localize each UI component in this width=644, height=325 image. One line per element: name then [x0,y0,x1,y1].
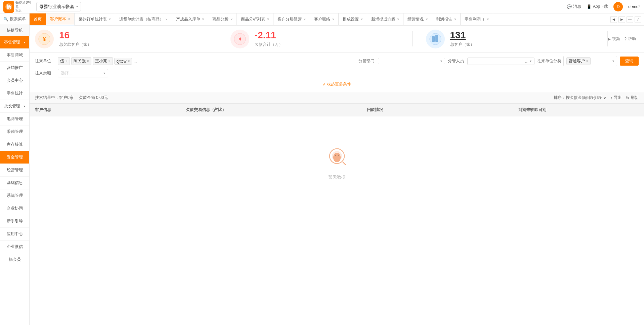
tab-customer-contact[interactable]: 客户联络 × [310,13,339,26]
search-btn[interactable]: 查询 [620,57,639,66]
help-link[interactable]: ? 帮助 [624,36,636,42]
tab-close-customer-contact[interactable]: × [332,17,334,21]
tab-biz-status[interactable]: 经营情况 × [403,13,432,26]
remove-tag-0-icon[interactable]: × [66,59,68,63]
remove-category-icon[interactable]: × [586,59,588,63]
main-layout: 🔍 搜索菜单 快捷导航 零售管理 ▾ 零售商城 营销推广 会员 [0,13,644,325]
sidebar-item-wholesale-mgmt[interactable]: 批发管理 ▾ [0,100,29,113]
sidebar-item-vip-member[interactable]: 畅会员 [0,253,29,266]
refresh-btn[interactable]: ↻ 刷新 [626,95,639,101]
export-btn[interactable]: ↑ 导出 [610,95,622,101]
sidebar-item-app-center[interactable]: 应用中心 [0,228,29,241]
tab-maximize-btn[interactable]: ⤢ [635,16,641,23]
filter-balance-label: 往来余额 [35,70,55,76]
sort-select[interactable]: 排序：按欠款金额倒序排序 ∨ [554,95,606,101]
sidebar-item-retail-stats[interactable]: 零售统计 [0,87,29,100]
stat-icon-debtors: ¥ [35,30,54,48]
sidebar-item-purchase-mgmt[interactable]: 采购管理 [0,125,29,138]
content-area: 首页 客户账本 × 采购订单统计表 × 进货单统计表（按商品） × 产成品入库单… [30,13,644,325]
tab-close-biz-status[interactable]: × [426,17,428,21]
tab-collapse-btn[interactable]: — [627,16,633,23]
sidebar-item-capital-mgmt[interactable]: 资金管理 [0,151,29,164]
sidebar-item-sys-mgmt[interactable]: 系统管理 [0,189,29,202]
filter-tag-0[interactable]: 伍 × [58,57,70,65]
tab-close-stock-stats[interactable]: × [166,17,168,21]
tab-product-analysis-list[interactable]: 商品分析列表 × [237,13,273,26]
tab-stock-stats[interactable]: 进货单统计表（按商品） × [115,13,172,26]
user-avatar[interactable]: D [613,2,623,11]
sidebar-item-corp-coop[interactable]: 企业协同 [0,202,29,215]
sidebar-item-marketing[interactable]: 营销推广 [0,62,29,74]
filter-category-label: 往来单位分类 [537,58,561,64]
tab-profit-report[interactable]: 利润报告 × [432,13,461,26]
filter-more-tags[interactable]: ... [133,59,137,64]
tab-customer-tier[interactable]: 客户分层经营 × [273,13,310,26]
app-download-icon: 📱 [587,4,592,9]
tab-tips-settings[interactable]: 提成设置 × [339,13,367,26]
app-download-btn[interactable]: 📱 App下载 [587,4,608,9]
tab-purchase-orders[interactable]: 采购订单统计表 × [75,13,115,26]
tab-close-customer-tier[interactable]: × [304,17,306,21]
tab-close-retail-profit[interactable]: × [487,17,489,21]
filter-tag-category[interactable]: 普通客户 × [566,57,591,65]
stat-icon-debt-amount: ✦ [230,30,249,48]
sidebar-search-area[interactable]: 🔍 搜索菜单 [0,13,29,25]
tab-close-product-analysis-list[interactable]: × [267,17,269,21]
tab-close-customers[interactable]: × [68,17,70,21]
logo-text: 畅捷通好生意 标版 [15,1,33,12]
stat-value-customers: 131 [450,30,474,41]
filter-unit-label: 往来单位 [35,58,55,64]
tab-home[interactable]: 首页 [30,13,46,26]
tab-customers[interactable]: 客户账本 × [46,13,75,26]
no-data-illustration [324,143,350,170]
sidebar-item-retail-mgmt[interactable]: 零售管理 ▾ [0,36,29,49]
tab-close-cost-in[interactable]: × [202,17,204,21]
filter-tag-1[interactable]: 陈民强 × [71,57,91,65]
filter-tag-3[interactable]: cjttcw × [114,58,132,65]
tab-next-btn[interactable]: ▶ [618,16,625,23]
sidebar-item-corp-wechat[interactable]: 企业微信 [0,241,29,253]
collapse-filter-btn[interactable]: ∧ 收起更多条件 [35,80,639,88]
filter-row-1: 往来单位 伍 × 陈民强 × 王小亮 [35,56,639,66]
filter-panel: 往来单位 伍 × 陈民强 × 王小亮 [30,52,644,92]
sidebar-item-member-center[interactable]: 会员中心 [0,74,29,87]
filter-category-select[interactable]: 普通客户 × ▾ [563,56,617,66]
tab-close-new-tips-plan[interactable]: × [397,17,399,21]
logo-icon: 畅 [3,1,14,13]
remove-tag-1-icon[interactable]: × [87,59,89,63]
quick-nav[interactable]: 快捷导航 [0,25,29,36]
remove-tag-2-icon[interactable]: × [109,59,111,63]
tab-cost-in[interactable]: 产成品入库单 × [172,13,209,26]
tab-close-purchase-orders[interactable]: × [109,17,111,21]
tab-prev-btn[interactable]: ◀ [610,16,617,23]
sidebar-item-inventory[interactable]: 库存核算 [0,138,29,151]
tab-close-profit-report[interactable]: × [454,17,456,21]
svg-text:畅: 畅 [6,4,11,9]
video-link[interactable]: ▶ 视频 [608,36,620,42]
message-btn[interactable]: 💬 消息 [567,4,581,9]
sidebar-item-new-guide[interactable]: 新手引导 [0,215,29,228]
stat-total-debtors: ¥ 16 总欠款客户（家） [35,30,217,48]
filter-dept-select[interactable]: ▾ [378,58,445,64]
remove-tag-3-icon[interactable]: × [128,59,130,63]
filter-more-person: ... [525,59,528,64]
tab-close-tips-settings[interactable]: × [361,17,363,21]
sidebar-item-basic-info[interactable]: 基础信息 [0,177,29,189]
filter-tag-2[interactable]: 王小亮 × [93,57,113,65]
svg-text:¥: ¥ [43,36,46,42]
nav-selector[interactable]: 母婴行业演示帐套 ▾ [36,2,81,11]
tab-new-tips-plan[interactable]: 新增提成方案 × [367,13,404,26]
sidebar-item-ecom-mgmt[interactable]: 电商管理 [0,113,29,125]
tab-product-analysis[interactable]: 商品分析 × [208,13,237,26]
tab-retail-profit[interactable]: 零售利润（ × [461,13,493,26]
tab-close-product-analysis[interactable]: × [230,17,232,21]
stat-value-debt-amount: -2.11 [255,30,283,41]
chevron-down-icon: ▾ [24,41,25,44]
sidebar-item-biz-mgmt[interactable]: 经营管理 [0,164,29,177]
stat-total-debt-amount: ✦ -2.11 欠款合计（万） [217,30,413,48]
filter-balance-select[interactable]: 选择... ▾ [58,69,108,77]
filter-person-select[interactable]: ... ▾ [467,58,534,65]
main-content: ¥ 16 总欠款客户（家） ✦ [30,26,644,325]
sidebar-item-retail-mall[interactable]: 零售商城 [0,49,29,62]
person-select-arrow: ▾ [530,59,531,63]
